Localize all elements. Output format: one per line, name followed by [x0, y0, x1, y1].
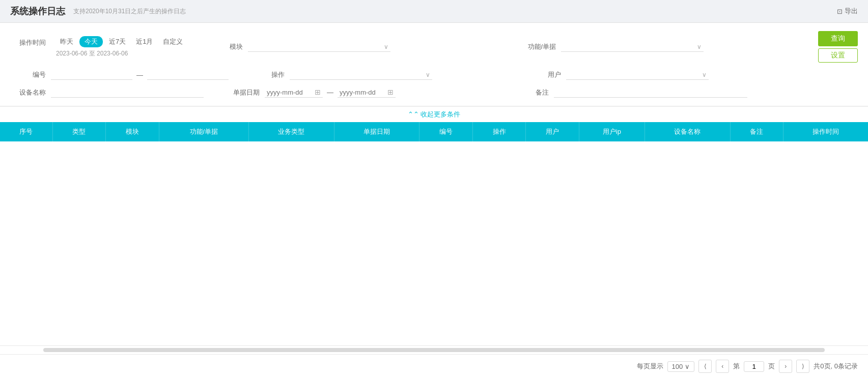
- table-wrapper: 序号 类型 模块 功能/单据 业务类型 单据日期 编号 操作 用户 用户ip 设…: [0, 122, 868, 345]
- page-num-input[interactable]: [744, 361, 764, 372]
- page-unit: 页: [768, 362, 775, 371]
- remark-label: 备注: [513, 88, 549, 97]
- col-user: 用户: [526, 122, 579, 141]
- export-label: 导出: [845, 7, 858, 16]
- total-info: 共0页, 0条记录: [814, 362, 858, 371]
- today-btn[interactable]: 今天: [79, 36, 103, 47]
- no-to-input[interactable]: [147, 70, 229, 80]
- page-size-chevron-icon: ∨: [685, 363, 690, 370]
- user-chevron-icon: ∨: [702, 71, 707, 78]
- data-table: 序号 类型 模块 功能/单据 业务类型 单据日期 编号 操作 用户 用户ip 设…: [0, 122, 868, 141]
- op-chevron-icon: ∨: [426, 71, 430, 78]
- remark-input[interactable]: [554, 88, 747, 98]
- empty-placeholder: [0, 141, 868, 294]
- op-label: 操作: [249, 70, 285, 79]
- calendar-to-icon[interactable]: ⊞: [387, 88, 394, 96]
- module-select[interactable]: ∨: [248, 42, 390, 52]
- op-time-label: 操作时间: [10, 38, 46, 47]
- col-module: 模块: [106, 122, 159, 141]
- collapse-label: 收起更多条件: [421, 110, 460, 118]
- col-no: 序号: [0, 122, 52, 141]
- last7-btn[interactable]: 近7天: [105, 36, 130, 47]
- col-doc-date: 单据日期: [334, 122, 419, 141]
- page-prev-btn[interactable]: ‹: [716, 360, 729, 373]
- no-from-input[interactable]: [51, 70, 132, 80]
- page-size-value: 100: [672, 363, 683, 370]
- collapse-bar[interactable]: ⌃⌃ 收起更多条件: [0, 106, 868, 122]
- query-button[interactable]: 查询: [818, 31, 858, 46]
- doc-date-label: 单据日期: [224, 88, 260, 97]
- col-op-time: 操作时间: [783, 122, 868, 141]
- page-last-btn[interactable]: ⟩: [796, 360, 809, 373]
- page-next-btn[interactable]: ›: [779, 360, 792, 373]
- page-size-label: 每页显示: [637, 362, 663, 371]
- doc-date-from-input[interactable]: [267, 89, 313, 96]
- func-label: 功能/单据: [515, 42, 556, 51]
- col-remark: 备注: [730, 122, 783, 141]
- func-chevron-icon: ∨: [697, 43, 702, 50]
- page-size-select[interactable]: 100 ∨: [667, 361, 695, 372]
- page-first-btn[interactable]: ⟨: [698, 360, 712, 373]
- no-label: 编号: [10, 70, 46, 79]
- yesterday-btn[interactable]: 昨天: [56, 36, 77, 47]
- last1m-btn[interactable]: 近1月: [132, 36, 157, 47]
- col-user-ip: 用户ip: [579, 122, 645, 141]
- doc-date-to-input[interactable]: [340, 89, 385, 96]
- collapse-up-icon: ⌃⌃: [408, 110, 419, 118]
- page-title: 系统操作日志: [10, 5, 65, 17]
- scrollbar-area[interactable]: [0, 345, 868, 354]
- doc-date-to-wrap: ⊞: [338, 87, 396, 98]
- user-label: 用户: [525, 70, 561, 79]
- col-device: 设备名称: [645, 122, 730, 141]
- col-type: 类型: [52, 122, 105, 141]
- user-select[interactable]: ∨: [566, 70, 709, 80]
- device-input[interactable]: [51, 88, 204, 98]
- col-op: 操作: [472, 122, 525, 141]
- module-chevron-icon: ∨: [384, 43, 388, 50]
- calendar-from-icon[interactable]: ⊞: [315, 88, 321, 96]
- page-label: 第: [733, 362, 740, 371]
- date-dash: —: [327, 89, 333, 96]
- col-biz-type: 业务类型: [249, 122, 334, 141]
- export-icon: ⊡: [837, 8, 843, 15]
- pagination: 每页显示 100 ∨ ⟨ ‹ 第 页 › ⟩ 共0页, 0条记录: [0, 354, 868, 378]
- export-button[interactable]: ⊡ 导出: [837, 7, 858, 16]
- doc-date-from-wrap: ⊞: [265, 87, 323, 98]
- table-header-row: 序号 类型 模块 功能/单据 业务类型 单据日期 编号 操作 用户 用户ip 设…: [0, 122, 868, 141]
- settings-button[interactable]: 设置: [818, 48, 858, 63]
- module-label: 模块: [207, 42, 243, 51]
- op-select[interactable]: ∨: [290, 70, 432, 80]
- col-func: 功能/单据: [159, 122, 248, 141]
- horizontal-scrollbar[interactable]: [43, 348, 825, 352]
- page-subtitle: 支持2020年10月31日之后产生的操作日志: [73, 7, 186, 16]
- device-label: 设备名称: [10, 88, 46, 97]
- col-num: 编号: [419, 122, 472, 141]
- no-dash: —: [136, 71, 143, 79]
- func-select[interactable]: ∨: [561, 42, 704, 52]
- custom-btn[interactable]: 自定义: [159, 36, 187, 47]
- date-range-display: 2023-06-06 至 2023-06-06: [56, 49, 128, 58]
